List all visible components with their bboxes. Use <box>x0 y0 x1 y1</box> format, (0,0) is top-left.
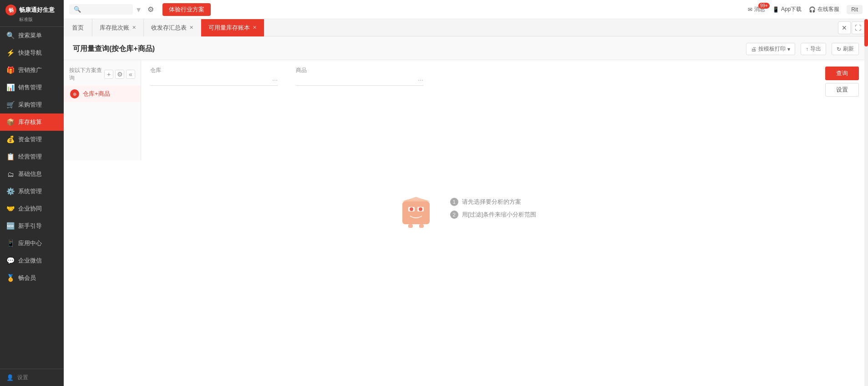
message-button[interactable]: ✉ 消息 99+ <box>748 5 765 13</box>
user-avatar-icon: 👤 <box>6 374 14 381</box>
export-button[interactable]: ↑ 导出 <box>801 43 826 55</box>
sidebar-bottom[interactable]: 👤 设置 <box>0 369 64 386</box>
sidebar-item-label: 基础信息 <box>18 170 42 178</box>
sidebar-item-member[interactable]: 🏅 畅会员 <box>0 269 64 287</box>
scheme-warehouse-product[interactable]: ⊕ 仓库+商品 <box>64 86 141 102</box>
online-service-label: 在线客服 <box>817 5 839 13</box>
sidebar-item-label: 系统管理 <box>18 187 42 196</box>
empty-state: 1 请先选择要分析的方案 2 用[过滤]条件来缩小分析范围 <box>64 160 868 256</box>
inventory-icon: 📦 <box>6 118 15 126</box>
sidebar-item-shortcut[interactable]: ⚡ 快捷导航 <box>0 44 64 62</box>
sidebar-item-label: 畅会员 <box>18 274 36 282</box>
sidebar-item-inventory[interactable]: 📦 库存核算 <box>0 113 64 131</box>
sidebar-item-label: 企业协同 <box>18 205 42 213</box>
tabbar: 首页 库存批次账 ✕ 收发存汇总表 ✕ 可用量库存账本 ✕ ✕ ⛶ <box>64 19 868 36</box>
sidebar-item-operations[interactable]: 📋 经营管理 <box>0 148 64 165</box>
template-print-button[interactable]: 🖨 按模板打印 ▾ <box>746 43 795 55</box>
query-button[interactable]: 查询 <box>825 67 859 80</box>
message-badge: 99+ <box>758 3 770 9</box>
page-title: 可用量查询(按仓库+商品) <box>73 44 155 54</box>
query-sidebar-header: 按以下方案查询 + ⚙ « <box>64 65 141 86</box>
gear-button[interactable]: ⚙ <box>144 3 157 16</box>
dropdown-icon[interactable]: ▾ <box>137 5 141 15</box>
app-download-button[interactable]: 📱 App下载 <box>772 5 802 13</box>
sidebar: 畅 畅康通好生意 标准版 🔍 搜索菜单 ⚡ 快捷导航 🎁 营销推广 📊 销售管理… <box>0 0 64 386</box>
sidebar-item-label: 库存核算 <box>18 118 42 126</box>
product-more-icon[interactable]: ··· <box>418 76 423 83</box>
user-button[interactable]: Rit <box>847 5 863 14</box>
warehouse-more-icon[interactable]: ··· <box>272 76 278 83</box>
sidebar-item-purchase[interactable]: 🛒 采购管理 <box>0 96 64 113</box>
chart-icon: 📊 <box>6 83 15 92</box>
warehouse-input[interactable] <box>150 77 269 83</box>
add-scheme-button[interactable]: + <box>104 70 113 79</box>
refresh-label: 刷新 <box>843 45 854 53</box>
tip-number-1: 1 <box>450 198 458 206</box>
tab-batch-close[interactable]: ✕ <box>132 25 136 31</box>
logo-icon: 畅 <box>5 5 16 15</box>
sidebar-item-label: 采购管理 <box>18 101 42 109</box>
right-scrollbar[interactable] <box>864 19 868 386</box>
sidebar-item-finance[interactable]: 💰 资金管理 <box>0 131 64 148</box>
empty-tips: 1 请先选择要分析的方案 2 用[过滤]条件来缩小分析范围 <box>450 198 536 219</box>
search-input[interactable] <box>83 6 128 13</box>
query-sidebar-actions: + ⚙ « <box>104 70 135 79</box>
headset-icon: 🎧 <box>809 6 816 13</box>
sidebar-item-label: 销售管理 <box>18 83 42 92</box>
sidebar-item-label: 企业微信 <box>18 257 42 265</box>
scheme-icon: ⊕ <box>70 89 79 98</box>
dropdown-chevron-icon: ▾ <box>787 46 790 52</box>
sidebar-item-sales[interactable]: 📊 销售管理 <box>0 79 64 96</box>
tab-home[interactable]: 首页 <box>64 19 92 36</box>
search-icon: 🔍 <box>74 6 81 13</box>
sidebar-item-search[interactable]: 🔍 搜索菜单 <box>0 27 64 44</box>
gift-icon: 🎁 <box>6 66 15 74</box>
right-scrollbar-thumb <box>864 19 868 46</box>
sidebar-item-wechat[interactable]: 💬 企业微信 <box>0 252 64 269</box>
settings-button[interactable]: 设置 <box>825 83 859 97</box>
settings-scheme-button[interactable]: ⚙ <box>115 70 124 79</box>
sidebar-header: 畅 畅康通好生意 标准版 <box>0 0 64 27</box>
user-name-label: Rit <box>851 6 858 13</box>
refresh-button[interactable]: ↻ 刷新 <box>832 43 859 55</box>
tab-available[interactable]: 可用量库存账本 ✕ <box>201 19 264 36</box>
product-input[interactable] <box>296 77 415 83</box>
sidebar-item-cooperation[interactable]: 🤝 企业协同 <box>0 200 64 217</box>
tab-available-label: 可用量库存账本 <box>208 24 250 32</box>
sidebar-item-label: 搜索菜单 <box>18 31 42 40</box>
empty-tip-1-text: 请先选择要分析的方案 <box>462 198 521 206</box>
sidebar-item-system[interactable]: ⚙️ 系统管理 <box>0 183 64 200</box>
tab-summary-close[interactable]: ✕ <box>189 25 193 31</box>
sidebar-item-label: 营销推广 <box>18 66 42 74</box>
query-sidebar: 按以下方案查询 + ⚙ « ⊕ 仓库+商品 <box>64 60 141 160</box>
empty-tip-1: 1 请先选择要分析的方案 <box>450 198 536 206</box>
query-fields: 仓库 ··· 商品 ··· 查询 <box>150 67 859 97</box>
svg-point-3 <box>410 207 413 211</box>
tab-batch-label: 库存批次账 <box>100 24 129 32</box>
page-header-actions: 🖨 按模板打印 ▾ ↑ 导出 ↻ 刷新 <box>746 43 859 55</box>
tab-close-window[interactable]: ✕ <box>838 21 851 34</box>
sidebar-item-label: 资金管理 <box>18 135 42 144</box>
tab-maximize[interactable]: ⛶ <box>852 21 864 34</box>
sidebar-item-guide[interactable]: 🆕 新手引导 <box>0 217 64 235</box>
query-main: 仓库 ··· 商品 ··· 查询 <box>141 60 868 160</box>
industry-btn[interactable]: 体验行业方案 <box>162 3 211 16</box>
collapse-sidebar-button[interactable]: « <box>126 70 135 79</box>
online-service-button[interactable]: 🎧 在线客服 <box>809 5 839 13</box>
sidebar-item-appcenter[interactable]: 📱 应用中心 <box>0 235 64 252</box>
money-icon: 💰 <box>6 135 15 144</box>
member-icon: 🏅 <box>6 274 15 282</box>
warehouse-field: 仓库 ··· <box>150 67 278 86</box>
topbar-search-box[interactable]: 🔍 <box>69 4 133 15</box>
tab-batch[interactable]: 库存批次账 ✕ <box>92 19 144 36</box>
sidebar-item-basic[interactable]: 🗂 基础信息 <box>0 165 64 183</box>
sidebar-item-marketing[interactable]: 🎁 营销推广 <box>0 62 64 79</box>
message-icon: ✉ <box>748 6 752 13</box>
product-field-label: 商品 <box>296 67 423 74</box>
tab-summary[interactable]: 收发存汇总表 ✕ <box>144 19 201 36</box>
page-header: 可用量查询(按仓库+商品) 🖨 按模板打印 ▾ ↑ 导出 ↻ 刷新 <box>64 36 868 60</box>
warehouse-field-input-container: ··· <box>150 76 278 86</box>
product-field-input-container: ··· <box>296 76 423 86</box>
tab-available-close[interactable]: ✕ <box>253 25 257 31</box>
tab-home-label: 首页 <box>72 24 84 32</box>
